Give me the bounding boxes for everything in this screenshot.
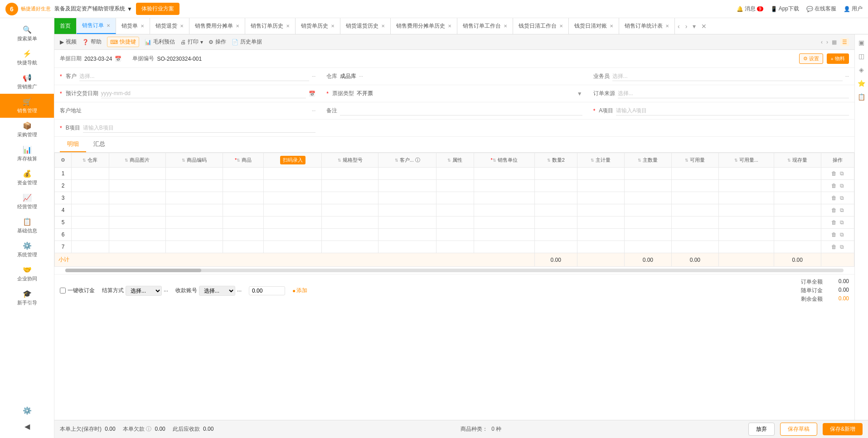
row-product-3[interactable] (223, 192, 264, 204)
order-source-input[interactable] (618, 89, 849, 98)
sidebar-item-system[interactable]: ⚙️ 系统管理 (0, 238, 54, 262)
tab-sales-refund-close[interactable]: ✕ (180, 24, 184, 29)
sidebar-item-finance[interactable]: 💰 资金管理 (0, 166, 54, 190)
row-spec-5[interactable] (321, 217, 378, 229)
toolbar-help[interactable]: ❓ 帮助 (82, 38, 102, 46)
toolbar-print[interactable]: 🖨 打印 ▾ (180, 38, 203, 46)
user-btn[interactable]: 👤 用户 (844, 5, 863, 13)
row-code-7[interactable] (166, 241, 223, 253)
row-attr-7[interactable] (436, 241, 474, 253)
grid-view-btn[interactable]: ▦ (832, 39, 837, 45)
row-code-5[interactable] (166, 217, 223, 229)
sidebar-item-inventory[interactable]: 📊 库存核算 (0, 142, 54, 166)
add-material-btn[interactable]: + 物料 (827, 53, 849, 64)
row-code-6[interactable] (166, 229, 223, 241)
row-qty2-6[interactable] (534, 229, 577, 241)
tab-fee-history[interactable]: 销售费用分摊单历史 ✕ (391, 18, 457, 34)
settings-btn[interactable]: ⚙ 设置 (799, 53, 823, 64)
sidebar-item-guide[interactable]: 🎓 新手引导 (0, 286, 54, 310)
sidebar-collapse-btn[interactable]: ◀ (0, 419, 54, 434)
row-customer-code-1[interactable] (378, 168, 436, 180)
row-product-4[interactable] (223, 204, 264, 217)
row-sales-unit-5[interactable] (474, 217, 534, 229)
tab-cash-reconcile[interactable]: 钱货日清对账 ✕ (569, 18, 619, 34)
payment-amount-input[interactable] (249, 286, 285, 295)
row-code-3[interactable] (166, 192, 223, 204)
toolbar-video[interactable]: ▶ 视频 (60, 38, 77, 46)
row-main-qty-2[interactable] (624, 180, 671, 192)
tab-order-workbench[interactable]: 销售订单工作台 ✕ (457, 18, 513, 34)
row-main-qty-4[interactable] (624, 204, 671, 217)
app-download-btn[interactable]: 📱 App下载 (771, 5, 799, 13)
message-btn[interactable]: 🔔 消息 9 (737, 5, 763, 13)
col-scan[interactable]: 扫码录入 (264, 153, 321, 168)
row-delete-7[interactable]: 🗑 (831, 244, 837, 250)
row-code-2[interactable] (166, 180, 223, 192)
row-qty2-3[interactable] (534, 192, 577, 204)
row-qty2-2[interactable] (534, 180, 577, 192)
online-service-btn[interactable]: 💬 在线客服 (806, 5, 836, 13)
add-payment-btn[interactable]: ● 添加 (292, 287, 307, 294)
one-click-label[interactable]: 一键收订金 (60, 287, 95, 294)
row-copy-6[interactable]: ⧉ (840, 231, 844, 238)
sidebar-item-quick-nav[interactable]: ⚡ 快捷导航 (0, 46, 54, 70)
tab-close-all-btn[interactable]: ✕ (698, 23, 709, 30)
row-warehouse-6[interactable] (72, 229, 109, 241)
toolbar-profit[interactable]: 📊 毛利预估 (145, 38, 175, 46)
row-sales-unit-2[interactable] (474, 180, 534, 192)
tab-cash-reconcile-close[interactable]: ✕ (610, 24, 613, 29)
row-sales-unit-6[interactable] (474, 229, 534, 241)
tab-order-workbench-close[interactable]: ✕ (504, 24, 507, 29)
staff-input[interactable] (612, 72, 843, 81)
row-copy-7[interactable]: ⧉ (840, 244, 844, 250)
account-select[interactable]: 选择... (199, 286, 235, 296)
row-sales-unit-7[interactable] (474, 241, 534, 253)
tab-sales-order-close[interactable]: ✕ (107, 23, 110, 28)
one-click-checkbox[interactable] (60, 288, 66, 294)
detail-tab-huizong[interactable]: 汇总 (86, 137, 112, 152)
row-customer-code-2[interactable] (378, 180, 436, 192)
row-product-7[interactable] (223, 241, 264, 253)
tab-home[interactable]: 首页 (54, 18, 77, 34)
tab-cash-workbench[interactable]: 钱货日清工作台 ✕ (513, 18, 569, 34)
tab-prev-btn[interactable]: ‹ (675, 23, 683, 30)
row-qty2-4[interactable] (534, 204, 577, 217)
right-tool-5[interactable]: 📋 (855, 91, 868, 103)
tab-fee-split[interactable]: 销售费用分摊单 ✕ (189, 18, 245, 34)
customer-input[interactable] (79, 72, 309, 81)
tab-sales-stats-close[interactable]: ✕ (665, 24, 669, 29)
sidebar-item-marketing[interactable]: 📢 营销推广 (0, 70, 54, 94)
row-sales-unit-4[interactable] (474, 204, 534, 217)
note-input[interactable] (340, 106, 582, 116)
sidebar-item-basic[interactable]: 📋 基础信息 (0, 214, 54, 238)
row-attr-6[interactable] (436, 229, 474, 241)
row-customer-code-5[interactable] (378, 217, 436, 229)
row-attr-5[interactable] (436, 217, 474, 229)
sidebar-item-operation[interactable]: 📈 经营管理 (0, 190, 54, 214)
tab-sales-refund[interactable]: 销货退货 ✕ (150, 18, 189, 34)
nav-prev-btn[interactable]: ‹ (821, 39, 823, 45)
list-view-btn[interactable]: ☰ (840, 38, 849, 46)
tab-fee-history-close[interactable]: ✕ (448, 24, 451, 29)
b-project-input[interactable] (83, 123, 316, 133)
save-new-btn[interactable]: 保存&新增 (823, 423, 863, 435)
row-attr-1[interactable] (436, 168, 474, 180)
sidebar-settings-btn[interactable]: ⚙️ (0, 403, 54, 419)
toolbar-history[interactable]: 📄 历史单据 (232, 38, 262, 46)
row-copy-2[interactable]: ⧉ (840, 183, 844, 189)
tab-sales-return[interactable]: 销货单 ✕ (116, 18, 150, 34)
right-tool-3[interactable]: ◈ (855, 63, 868, 76)
row-attr-2[interactable] (436, 180, 474, 192)
toolbar-shortcut[interactable]: ⌨ 快捷键 (107, 37, 139, 47)
detail-tab-mingxi[interactable]: 明细 (60, 137, 86, 152)
row-main-qty-6[interactable] (624, 229, 671, 241)
row-spec-6[interactable] (321, 229, 378, 241)
tab-order-history[interactable]: 销售订单历史 ✕ (245, 18, 296, 34)
row-main-qty-1[interactable] (624, 168, 671, 180)
row-customer-code-6[interactable] (378, 229, 436, 241)
col-settings[interactable]: ⚙ (55, 153, 72, 168)
row-spec-3[interactable] (321, 192, 378, 204)
abandon-btn[interactable]: 放弃 (748, 423, 775, 436)
row-warehouse-4[interactable] (72, 204, 109, 217)
tab-return-history[interactable]: 销货单历史 ✕ (296, 18, 340, 34)
